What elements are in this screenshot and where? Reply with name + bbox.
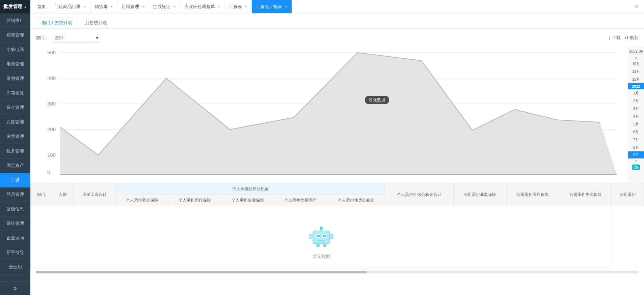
tab-close-icon[interactable]: ✕: [142, 5, 144, 8]
timeline-apr[interactable]: 4月: [628, 113, 644, 120]
timeline-sep-active[interactable]: 9月: [628, 151, 644, 158]
sub-tab-month[interactable]: 月份统计表: [79, 18, 113, 28]
col-personal-pension: 个人承担养老保险: [116, 195, 168, 206]
tab-close-icon[interactable]: ✕: [218, 5, 220, 8]
page-content: 部门工资统计表 月份统计表 部门： 全部 ▼ ↓ 下载 ↺: [30, 13, 644, 295]
timeline-mar[interactable]: 3月: [628, 105, 644, 113]
sidebar-item-label: 发票管理: [6, 134, 24, 139]
table-area: 部门 人数 应发工资合计 个人承担社保公积金 个人承担社保公积金合计 公司承担养…: [30, 183, 644, 295]
ce-badge: CE: [632, 165, 640, 170]
sidebar-item-inventory[interactable]: 库存核算: [0, 86, 30, 100]
line-chart: 500 400 300 200 100 0: [47, 50, 621, 178]
col-personal-medical: 个人承担医疗保险: [168, 195, 221, 206]
svg-rect-13: [313, 231, 330, 244]
sidebar-item-payroll[interactable]: 工资: [0, 173, 30, 187]
sidebar-item-basic[interactable]: 基础信息: [0, 202, 30, 216]
refresh-icon: ↺: [625, 35, 628, 40]
col-dept: 部门: [31, 183, 52, 206]
col-personal-unemployment: 个人承担失业保险: [221, 195, 274, 206]
sidebar-item-label: 资金管理: [6, 105, 24, 110]
timeline-arrow-down[interactable]: ▼: [634, 158, 638, 164]
sidebar-item-collab[interactable]: 企业协同: [0, 231, 30, 245]
timeline-nov[interactable]: 11月: [628, 68, 644, 76]
sidebar-item-label: 电商管理: [6, 61, 24, 66]
svg-rect-23: [316, 244, 320, 247]
sidebar-item-label: 新手引导: [6, 250, 24, 255]
download-button[interactable]: ↓ 下载: [609, 35, 621, 41]
tab-close-icon[interactable]: ✕: [173, 5, 176, 8]
sidebar-settings[interactable]: ⚙: [0, 282, 30, 295]
tab-payroll[interactable]: 工资表 ✕: [225, 0, 252, 13]
dept-select[interactable]: 全部 ▼: [52, 33, 102, 43]
table-scrollbar[interactable]: [36, 271, 639, 273]
sub-tab-dept[interactable]: 部门工资统计表: [36, 18, 78, 28]
sidebar-item-ecom-small[interactable]: 小畅电商: [0, 42, 30, 57]
sidebar-item-label: 小畅电商: [6, 47, 24, 52]
tab-voucher[interactable]: 生成凭证 ✕: [149, 0, 180, 13]
svg-rect-18: [318, 240, 325, 241]
timeline-oct[interactable]: 10月: [628, 60, 644, 68]
sidebar: 批发管理 ▲ 营销推广 销售管理 小畅电商 电商管理 采购管理 库存核算 资金管…: [0, 0, 30, 295]
sidebar-item-ledger[interactable]: 总账管理: [0, 115, 30, 129]
svg-text:100: 100: [47, 152, 56, 158]
sidebar-item-label: 经营管理: [6, 192, 24, 197]
sidebar-collapse-icon[interactable]: ▲: [24, 5, 27, 9]
svg-text:400: 400: [47, 76, 56, 81]
data-table: 部门 人数 应发工资合计 个人承担社保公积金 个人承担社保公积金合计 公司承担养…: [30, 183, 644, 269]
sidebar-item-label: 库存核算: [6, 90, 24, 95]
tab-close-icon[interactable]: ✕: [285, 5, 288, 8]
sidebar-item-sales[interactable]: 销售管理: [0, 28, 30, 42]
col-personal-total: 个人承担社保公积金合计: [385, 183, 454, 206]
col-total: 应发工资合计: [73, 183, 115, 206]
tab-payroll-report[interactable]: 工资统计报表 ✕: [252, 0, 292, 13]
sidebar-item-finance[interactable]: 资金管理: [0, 100, 30, 115]
sub-tabs: 部门工资统计表 月份统计表: [30, 13, 644, 29]
download-icon: ↓: [609, 35, 611, 40]
col-company-unemployment: 公司承担失业保险: [559, 183, 612, 206]
tab-store-mgmt[interactable]: 店铺管理 ✕: [117, 0, 149, 13]
table-scroll-thumb[interactable]: [36, 271, 367, 273]
timeline-jul[interactable]: 7月: [628, 136, 644, 144]
dept-label: 部门：: [36, 35, 49, 41]
sidebar-item-label: 税务管理: [6, 148, 24, 153]
sidebar-item-cloud[interactable]: 云应用: [0, 260, 30, 274]
empty-text: 暂无数据: [313, 254, 330, 260]
sidebar-item-label: 固定资产: [6, 163, 24, 168]
col-company-medical: 公司承担医疗保险: [506, 183, 559, 206]
svg-text:0: 0: [47, 170, 50, 176]
sidebar-item-assets[interactable]: 固定资产: [0, 158, 30, 173]
tab-store-catalog[interactable]: 门店商品目录 ✕: [50, 0, 90, 13]
sidebar-item-ecom[interactable]: 电商管理: [0, 57, 30, 71]
timeline-aug[interactable]: 8月: [628, 144, 644, 151]
sidebar-item-system[interactable]: 系统管理: [0, 216, 30, 231]
tab-close-icon[interactable]: ✕: [245, 5, 247, 8]
sidebar-item-marketing[interactable]: 营销推广: [0, 13, 30, 28]
tab-close-icon[interactable]: ✕: [83, 5, 86, 8]
sidebar-item-purchase[interactable]: 采购管理: [0, 71, 30, 86]
main-area: 首页 门店商品目录 ✕ 销售单 ✕ 店铺管理 ✕ 生成凭证 ✕ 应收应付调整单 …: [30, 0, 644, 295]
svg-text:300: 300: [47, 101, 56, 107]
tab-sales-order[interactable]: 销售单 ✕: [90, 0, 117, 13]
sidebar-header: 批发管理 ▲: [0, 0, 30, 13]
tab-bar-close-button[interactable]: ✕: [632, 4, 641, 9]
timeline-dec[interactable]: 12月: [628, 76, 644, 83]
tab-adjustment[interactable]: 应收应付调整单 ✕: [180, 0, 225, 13]
sidebar-item-guide[interactable]: 新手引导: [0, 245, 30, 260]
sidebar-item-label: 营销推广: [6, 18, 24, 23]
timeline-year-2022[interactable]: 2022: [628, 83, 644, 89]
tab-close-icon[interactable]: ✕: [110, 5, 113, 8]
chart-section: 500 400 300 200 100 0: [30, 47, 644, 183]
col-count: 人数: [52, 183, 73, 206]
tab-home[interactable]: 首页: [33, 0, 50, 13]
sidebar-item-operation[interactable]: 经营管理: [0, 187, 30, 202]
refresh-button[interactable]: ↺ 刷新: [625, 35, 639, 41]
timeline-jun[interactable]: 6月: [628, 128, 644, 136]
sidebar-item-tax[interactable]: 税务管理: [0, 144, 30, 158]
timeline-arrow-up[interactable]: ▲: [634, 55, 638, 60]
sidebar-item-invoice[interactable]: 发票管理: [0, 129, 30, 144]
col-personal-bigmedical: 个人承担大额医疗: [274, 195, 327, 206]
timeline-feb[interactable]: 2月: [628, 97, 644, 105]
col-group-personal: 个人承担社保公积金: [116, 183, 385, 195]
timeline-may[interactable]: 5月: [628, 120, 644, 128]
timeline-jan[interactable]: 1月: [628, 89, 644, 97]
